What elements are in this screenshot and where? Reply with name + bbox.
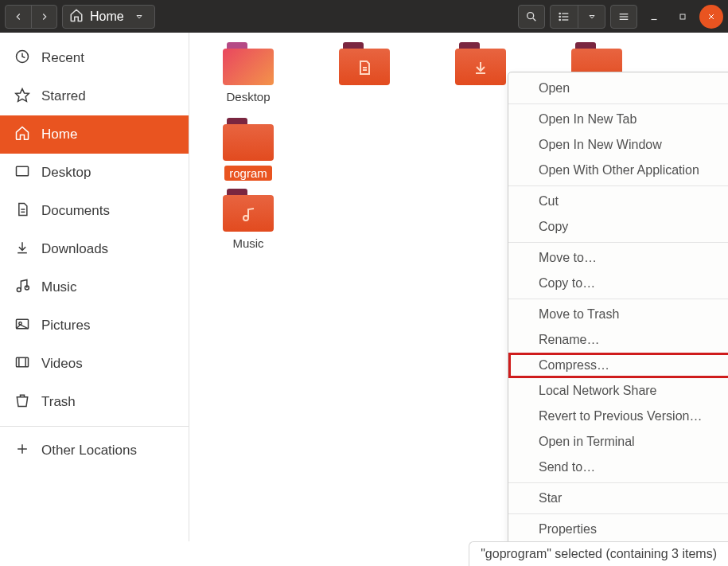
- nav-forward-button[interactable]: [31, 6, 56, 28]
- svg-rect-28: [17, 357, 29, 367]
- sidebar-item-home[interactable]: Home: [0, 115, 189, 154]
- context-menu-item[interactable]: Local Network Share: [508, 378, 728, 404]
- context-menu-item[interactable]: Star: [508, 486, 728, 511]
- svg-point-6: [559, 13, 560, 14]
- home-icon: [69, 8, 84, 25]
- context-menu-item[interactable]: Open In New TabCtrl+Return: [508, 107, 728, 132]
- folder-documents[interactable]: [334, 42, 395, 103]
- context-menu-label: Rename…: [539, 333, 599, 347]
- sidebar-item-label: Starred: [41, 88, 86, 104]
- sidebar-item-documents[interactable]: Documents: [0, 192, 189, 230]
- sidebar-item-pictures[interactable]: Pictures: [0, 306, 189, 345]
- context-menu-item[interactable]: OpenReturn: [508, 76, 728, 101]
- folder-label: Music: [232, 236, 263, 250]
- status-text: "goprogram" selected (containing 3 items…: [481, 547, 717, 561]
- svg-point-24: [17, 287, 21, 291]
- context-menu-item[interactable]: Copy to…: [508, 271, 728, 296]
- sidebar-item-label: Documents: [41, 203, 110, 219]
- document-icon: [14, 201, 30, 221]
- sidebar-item-label: Desktop: [41, 165, 91, 181]
- window-maximize[interactable]: [671, 5, 695, 29]
- context-menu-separator: [508, 482, 728, 483]
- context-menu-item[interactable]: CutCtrl+X: [508, 189, 728, 214]
- sidebar-item-trash[interactable]: Trash: [0, 383, 189, 421]
- folder-desktop[interactable]: Desktop: [218, 42, 278, 103]
- context-menu-item[interactable]: Send to…: [508, 455, 728, 480]
- context-menu-label: Open In New Tab: [539, 112, 637, 127]
- sidebar-item-label: Music: [41, 279, 76, 295]
- clock-icon: [14, 49, 30, 68]
- view-list-button[interactable]: [551, 6, 578, 28]
- search-button[interactable]: [518, 5, 545, 29]
- view-dropdown[interactable]: [578, 6, 605, 28]
- sidebar-separator: [0, 426, 189, 427]
- sidebar-item-label: Other Locations: [41, 443, 137, 459]
- context-menu-label: Copy: [539, 220, 568, 234]
- context-menu-label: Send to…: [539, 460, 595, 474]
- sidebar: Recent Starred Home Desktop Documents Do…: [0, 33, 189, 541]
- sidebar-item-label: Recent: [41, 50, 84, 66]
- sidebar-item-label: Pictures: [41, 318, 90, 334]
- plus-icon: [14, 441, 30, 461]
- context-menu-item[interactable]: PropertiesCtrl+I: [508, 517, 728, 542]
- context-menu-item[interactable]: Rename…F2: [508, 327, 728, 353]
- context-menu-label: Revert to Previous Version…: [539, 409, 702, 424]
- document-icon: [355, 58, 374, 77]
- context-menu-separator: [508, 299, 728, 299]
- home-icon: [14, 125, 30, 145]
- window-close[interactable]: [699, 5, 723, 29]
- sidebar-item-starred[interactable]: Starred: [0, 77, 189, 115]
- svg-rect-19: [17, 166, 29, 176]
- window-minimize[interactable]: [642, 5, 666, 29]
- nav-group: [5, 5, 57, 29]
- location-dropdown[interactable]: [130, 12, 148, 21]
- context-menu-separator: [508, 185, 728, 186]
- context-menu-item[interactable]: Open in Terminal: [508, 429, 728, 455]
- picture-icon: [14, 316, 30, 336]
- sidebar-item-downloads[interactable]: Downloads: [0, 230, 189, 268]
- folder-downloads[interactable]: [450, 42, 511, 103]
- main-area: Recent Starred Home Desktop Documents Do…: [0, 33, 728, 541]
- context-menu-item[interactable]: CopyCtrl+C: [508, 214, 728, 240]
- folder-view[interactable]: Desktop rogram: [189, 33, 728, 541]
- svg-line-2: [533, 18, 535, 21]
- sidebar-item-videos[interactable]: Videos: [0, 345, 189, 383]
- context-menu-label: Local Network Share: [539, 384, 657, 398]
- folder-label: Desktop: [226, 90, 270, 103]
- sidebar-item-music[interactable]: Music: [0, 268, 189, 306]
- music-icon: [14, 278, 30, 298]
- sidebar-item-desktop[interactable]: Desktop: [0, 154, 189, 192]
- svg-point-1: [528, 12, 534, 18]
- context-menu-label: Open: [539, 81, 570, 96]
- sidebar-item-label: Trash: [41, 394, 76, 410]
- context-menu-item[interactable]: Compress…: [508, 353, 728, 378]
- context-menu-item[interactable]: Open With Other Application: [508, 158, 728, 183]
- context-menu-label: Open With Other Application: [539, 163, 699, 178]
- svg-marker-9: [590, 15, 594, 18]
- location-bar[interactable]: Home: [62, 5, 155, 29]
- nav-back-button[interactable]: [6, 6, 31, 28]
- context-menu-label: Move to…: [539, 251, 597, 265]
- context-menu-separator: [508, 242, 728, 243]
- context-menu-item[interactable]: Open In New WindowShift+Return: [508, 132, 728, 158]
- folder-music[interactable]: Music: [218, 189, 278, 250]
- context-menu-label: Star: [539, 491, 562, 505]
- context-menu-item[interactable]: Move to TrashDelete: [508, 302, 728, 327]
- hamburger-menu[interactable]: [610, 5, 637, 29]
- svg-marker-18: [16, 88, 29, 101]
- statusbar: "goprogram" selected (containing 3 items…: [469, 541, 728, 566]
- folder-goprogram[interactable]: rogram: [218, 118, 278, 181]
- context-menu: OpenReturnOpen In New TabCtrl+ReturnOpen…: [508, 72, 728, 546]
- trash-icon: [14, 392, 30, 412]
- context-menu-separator: [508, 513, 728, 514]
- video-icon: [14, 354, 30, 374]
- context-menu-label: Move to Trash: [539, 307, 619, 322]
- download-icon: [471, 58, 490, 77]
- svg-rect-14: [680, 14, 685, 19]
- context-menu-item[interactable]: Move to…: [508, 245, 728, 271]
- context-menu-item[interactable]: Revert to Previous Version…: [508, 404, 728, 429]
- svg-point-7: [559, 16, 560, 17]
- context-menu-label: Open In New Window: [539, 138, 662, 152]
- sidebar-item-recent[interactable]: Recent: [0, 39, 189, 77]
- sidebar-item-other-locations[interactable]: Other Locations: [0, 431, 189, 470]
